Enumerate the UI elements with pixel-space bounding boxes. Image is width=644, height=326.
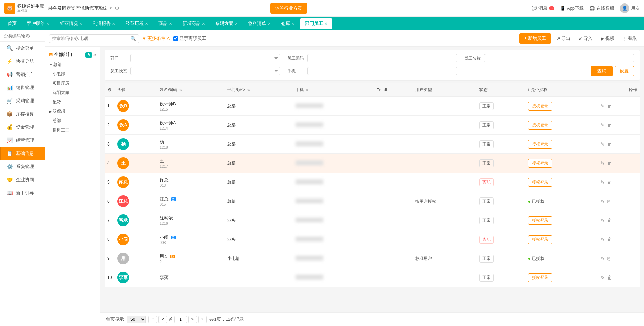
sidebar-item-collab[interactable]: 🤝 企业协同 bbox=[0, 173, 45, 186]
sidebar-item-inventory[interactable]: 📦 库存核算 bbox=[0, 107, 45, 121]
dept-item-xiaodibu[interactable]: 小电部 bbox=[45, 69, 100, 79]
sidebar-item-purchase[interactable]: 🛒 采购管理 bbox=[0, 94, 45, 107]
page-size-select[interactable]: 50 100 200 bbox=[127, 316, 146, 323]
nav-item-warehouse[interactable]: 仓库 ✕ bbox=[276, 18, 299, 29]
edit-icon[interactable]: ✎ bbox=[600, 237, 605, 242]
import-button[interactable]: ↙ 导入 bbox=[576, 35, 595, 42]
close-icon[interactable]: ✕ bbox=[291, 21, 294, 26]
add-employee-button[interactable]: + 新增员工 bbox=[519, 33, 551, 44]
nav-item-goods[interactable]: 商品 ✕ bbox=[154, 18, 177, 29]
nav-item-situation[interactable]: 经营情况 ✕ bbox=[55, 18, 87, 29]
edit-icon[interactable]: ✎ bbox=[600, 199, 605, 204]
nav-item-home[interactable]: 首页 bbox=[3, 18, 21, 29]
nav-item-profit[interactable]: 利润报告 ✕ bbox=[88, 18, 120, 29]
close-icon[interactable]: ✕ bbox=[235, 21, 238, 26]
more-filter-button[interactable]: ▼ 更多条件 ∧ bbox=[142, 35, 171, 42]
delete-icon[interactable]: 🗑 bbox=[607, 141, 612, 147]
search-input[interactable] bbox=[52, 36, 129, 41]
close-icon[interactable]: ✕ bbox=[46, 21, 49, 26]
settings-icon[interactable]: ⚙ bbox=[115, 5, 119, 11]
delete-icon[interactable]: 🗑 bbox=[607, 179, 612, 185]
edit-icon[interactable]: ✎ bbox=[600, 141, 605, 147]
nav-item-staff[interactable]: 部门员工 ✕ bbox=[300, 18, 332, 29]
auth-button[interactable]: 授权登录 bbox=[528, 273, 552, 282]
auth-button[interactable]: 授权登录 bbox=[528, 121, 552, 130]
set-button[interactable]: 设置 bbox=[615, 66, 634, 76]
sidebar-item-finance[interactable]: 💰 资金管理 bbox=[0, 121, 45, 134]
copy-icon[interactable]: ⎘ bbox=[607, 199, 610, 204]
edit-icon[interactable]: ✎ bbox=[600, 179, 605, 185]
edit-icon[interactable]: ✎ bbox=[600, 275, 605, 280]
video-button[interactable]: ▶ 视频 bbox=[598, 35, 617, 42]
dept-item-shenyangdaku[interactable]: 沈阳大库 bbox=[45, 88, 100, 97]
prev-page-button[interactable]: < bbox=[158, 316, 167, 323]
resigned-checkbox[interactable] bbox=[173, 36, 178, 41]
edit-icon[interactable]: ✎ bbox=[600, 160, 605, 166]
dept-collapse-icon[interactable]: « bbox=[93, 52, 96, 58]
delete-icon[interactable]: 🗑 bbox=[607, 160, 612, 166]
filter-empcode-input[interactable] bbox=[307, 54, 457, 62]
delete-icon[interactable]: 🗑 bbox=[607, 218, 612, 223]
show-resigned-checkbox[interactable]: 显示离职员工 bbox=[173, 35, 206, 42]
close-icon[interactable]: ✕ bbox=[112, 21, 115, 26]
dept-edit-icon[interactable]: ✎ bbox=[85, 52, 92, 58]
dept-item-xiangmukufang[interactable]: 项目库房 bbox=[45, 79, 100, 88]
auth-button[interactable]: 授权登录 bbox=[528, 235, 552, 244]
query-button[interactable]: 查询 bbox=[591, 66, 613, 76]
auth-button[interactable]: 授权登录 bbox=[528, 216, 552, 225]
filter-dept-select[interactable] bbox=[130, 54, 280, 62]
last-page-button[interactable]: » bbox=[198, 316, 207, 323]
dept-item-peihuo[interactable]: 配货 bbox=[45, 97, 100, 107]
export-button[interactable]: ↗ 导出 bbox=[554, 35, 573, 42]
auth-button[interactable]: 授权登录 bbox=[528, 140, 552, 149]
user-menu[interactable]: 👤 用友 bbox=[620, 3, 640, 13]
sidebar-item-operations[interactable]: 📈 经营管理 bbox=[0, 134, 45, 147]
sidebar-item-system[interactable]: ⚙️ 系统管理 bbox=[0, 160, 45, 173]
auth-button[interactable]: 授权登录 bbox=[528, 178, 552, 187]
edit-icon[interactable]: ✎ bbox=[600, 122, 605, 128]
close-icon[interactable]: ✕ bbox=[267, 21, 271, 26]
sidebar-item-search[interactable]: 🔍 搜索菜单 bbox=[0, 42, 45, 55]
sidebar-item-basic-info[interactable]: 📋 基础信息 bbox=[0, 147, 45, 160]
close-icon[interactable]: ✕ bbox=[169, 21, 172, 26]
delete-icon[interactable]: 🗑 bbox=[607, 275, 612, 280]
dept-item-zongbu2[interactable]: 总部 bbox=[45, 116, 100, 125]
nav-item-new-goods[interactable]: 新增商品 ✕ bbox=[178, 18, 210, 29]
auth-button[interactable]: 授权登录 bbox=[528, 159, 552, 168]
edit-icon[interactable]: ✎ bbox=[600, 256, 605, 261]
edit-icon[interactable]: ✎ bbox=[600, 103, 605, 109]
sidebar-item-sales[interactable]: 📊 销售管理 bbox=[0, 81, 45, 94]
dept-item-chashuwang[interactable]: 插树王二 bbox=[45, 125, 100, 135]
close-icon[interactable]: ✕ bbox=[202, 21, 205, 26]
filter-phone-input[interactable] bbox=[307, 67, 457, 75]
nav-item-customer[interactable]: 客户联络 ✕ bbox=[22, 18, 54, 29]
col-settings[interactable]: ⚙ bbox=[105, 83, 115, 97]
delete-icon[interactable]: 🗑 bbox=[607, 237, 612, 242]
app-download-button[interactable]: 📱 App下载 bbox=[560, 5, 584, 11]
filter-empname-input[interactable] bbox=[484, 54, 634, 62]
sidebar-item-marketing[interactable]: 📢 营销推广 bbox=[0, 68, 45, 81]
copy-icon[interactable]: ⎘ bbox=[607, 256, 610, 261]
close-icon[interactable]: ✕ bbox=[324, 21, 327, 26]
close-icon[interactable]: ✕ bbox=[79, 21, 82, 26]
auth-button[interactable]: 授权登录 bbox=[528, 102, 552, 111]
system-dropdown-icon[interactable]: ▼ bbox=[109, 6, 112, 10]
trial-button[interactable]: 体验行业方案 bbox=[270, 3, 307, 14]
sidebar-item-quicknav[interactable]: ⚡ 快捷导航 bbox=[0, 55, 45, 68]
close-icon[interactable]: ✕ bbox=[145, 21, 148, 26]
edit-icon[interactable]: ✎ bbox=[600, 218, 605, 223]
message-button[interactable]: 💬 消息 5 bbox=[532, 5, 554, 11]
page-input[interactable] bbox=[174, 316, 187, 323]
more-button[interactable]: ⋮ 截取 bbox=[620, 35, 640, 42]
nav-item-bom[interactable]: 物料清单 ✕ bbox=[243, 18, 275, 29]
col-name[interactable]: 姓名/编码 ⇅ bbox=[157, 83, 225, 97]
nav-item-barcode[interactable]: 条码方案 ✕ bbox=[210, 18, 243, 29]
delete-icon[interactable]: 🗑 bbox=[607, 103, 612, 109]
dept-item-zongbu[interactable]: ▼总部 bbox=[45, 60, 100, 69]
col-phone[interactable]: 手机 ⇅ bbox=[293, 83, 374, 97]
online-service-button[interactable]: 🎧 在线客服 bbox=[589, 5, 614, 11]
nav-item-history[interactable]: 经营历程 ✕ bbox=[121, 18, 153, 29]
first-page-button[interactable]: « bbox=[148, 316, 157, 323]
col-dept[interactable]: 部门/职位 ⇅ bbox=[225, 83, 292, 97]
next-page-button[interactable]: > bbox=[188, 316, 197, 323]
